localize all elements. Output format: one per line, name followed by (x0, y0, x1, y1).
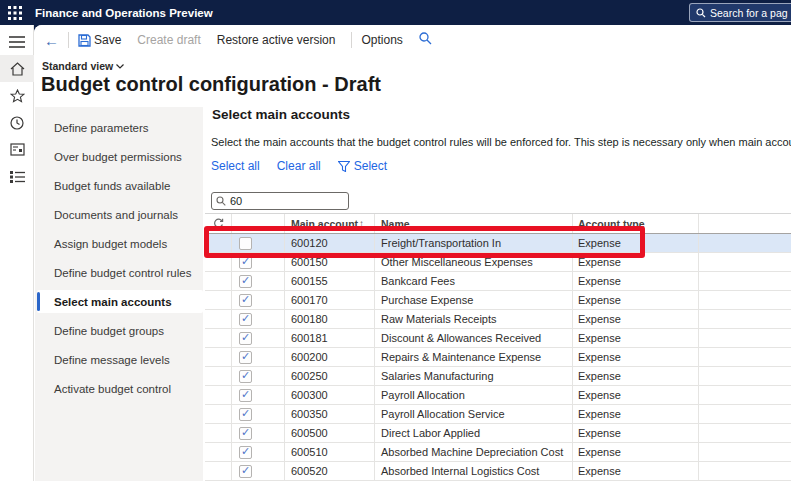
checkbox-checked[interactable] (239, 370, 252, 383)
row-selector-cell[interactable] (205, 272, 232, 290)
row-selector-cell[interactable] (205, 424, 232, 442)
account-type-cell[interactable]: Expense (573, 386, 699, 404)
select-all-link[interactable]: Select all (211, 159, 260, 173)
workspaces-icon[interactable] (0, 136, 34, 163)
quick-filter-input[interactable]: 60 (211, 192, 349, 210)
grid-refresh-icon[interactable] (205, 214, 232, 233)
view-selector[interactable]: Standard view (42, 60, 124, 72)
checkbox-checked[interactable] (239, 256, 252, 269)
checkbox-checked[interactable] (239, 275, 252, 288)
name-cell[interactable]: Purchase Expense (375, 291, 573, 309)
nav-item-budget-funds-available[interactable]: Budget funds available (35, 171, 203, 200)
checkbox-checked[interactable] (239, 427, 252, 440)
main-account-cell[interactable]: 600510 (285, 443, 375, 461)
nav-item-define-parameters[interactable]: Define parameters (35, 113, 203, 142)
account-type-cell[interactable]: Expense (573, 253, 699, 271)
nav-item-activate-budget-control[interactable]: Activate budget control (35, 374, 203, 403)
checkbox-checked[interactable] (239, 408, 252, 421)
grid-header-account-type[interactable]: Account type (573, 214, 699, 233)
checkbox-checked[interactable] (239, 294, 252, 307)
table-row[interactable]: 600180Raw Materials ReceiptsExpense (205, 310, 791, 329)
account-type-cell[interactable]: Expense (573, 329, 699, 347)
nav-item-over-budget-permissions[interactable]: Over budget permissions (35, 142, 203, 171)
account-type-cell[interactable]: Expense (573, 310, 699, 328)
row-selector-cell[interactable] (205, 405, 232, 423)
name-cell[interactable]: Repairs & Maintenance Expense (375, 348, 573, 366)
checkbox-checked[interactable] (239, 332, 252, 345)
main-account-cell[interactable]: 600350 (285, 405, 375, 423)
main-account-cell[interactable]: 600200 (285, 348, 375, 366)
main-account-cell[interactable]: 600150 (285, 253, 375, 271)
table-row[interactable]: 600350Payroll Allocation ServiceExpense (205, 405, 791, 424)
restore-active-version-button[interactable]: Restore active version (217, 33, 336, 47)
row-selector-cell[interactable] (205, 310, 232, 328)
recent-clock-icon[interactable] (0, 109, 34, 136)
checkbox-unchecked[interactable] (239, 237, 252, 250)
table-row[interactable]: 600150Other Miscellaneous ExpensesExpens… (205, 253, 791, 272)
row-selector-cell[interactable] (205, 462, 232, 480)
options-button[interactable]: Options (361, 33, 402, 47)
account-type-cell[interactable]: Expense (573, 443, 699, 461)
table-row[interactable]: 600300Payroll AllocationExpense (205, 386, 791, 405)
account-type-cell[interactable]: Expense (573, 424, 699, 442)
name-cell[interactable]: Salaries Manufacturing (375, 367, 573, 385)
nav-item-documents-and-journals[interactable]: Documents and journals (35, 200, 203, 229)
nav-item-define-message-levels[interactable]: Define message levels (35, 345, 203, 374)
main-account-cell[interactable]: 600155 (285, 272, 375, 290)
app-launcher-icon[interactable] (8, 6, 22, 20)
account-type-cell[interactable]: Expense (573, 348, 699, 366)
row-selector-cell[interactable] (205, 291, 232, 309)
main-account-cell[interactable]: 600520 (285, 462, 375, 480)
name-cell[interactable]: Direct Labor Applied (375, 424, 573, 442)
checkbox-checked[interactable] (239, 465, 252, 478)
row-selector-cell[interactable] (205, 367, 232, 385)
modules-icon[interactable] (0, 163, 34, 190)
clear-all-link[interactable]: Clear all (277, 159, 321, 173)
account-type-cell[interactable]: Expense (573, 405, 699, 423)
checkbox-checked[interactable] (239, 313, 252, 326)
table-row[interactable]: 600250Salaries ManufacturingExpense (205, 367, 791, 386)
nav-item-define-budget-control-rules[interactable]: Define budget control rules (35, 258, 203, 287)
name-cell[interactable]: Bankcard Fees (375, 272, 573, 290)
nav-item-assign-budget-models[interactable]: Assign budget models (35, 229, 203, 258)
account-type-cell[interactable]: Expense (573, 291, 699, 309)
table-row[interactable]: 600120Freight/Transportation InExpense (205, 234, 791, 253)
name-cell[interactable]: Payroll Allocation Service (375, 405, 573, 423)
main-account-cell[interactable]: 600181 (285, 329, 375, 347)
grid-header-name[interactable]: Name (375, 214, 573, 233)
nav-item-select-main-accounts[interactable]: Select main accounts (37, 290, 203, 313)
table-row[interactable]: 600155Bankcard FeesExpense (205, 272, 791, 291)
row-selector-cell[interactable] (205, 234, 232, 252)
main-account-cell[interactable]: 600300 (285, 386, 375, 404)
row-selector-cell[interactable] (205, 348, 232, 366)
main-account-cell[interactable]: 600120 (285, 234, 375, 252)
table-row[interactable]: 600510Absorbed Machine Depreciation Cost… (205, 443, 791, 462)
account-type-cell[interactable]: Expense (573, 272, 699, 290)
name-cell[interactable]: Other Miscellaneous Expenses (375, 253, 573, 271)
main-account-cell[interactable]: 600180 (285, 310, 375, 328)
name-cell[interactable]: Freight/Transportation In (375, 234, 573, 252)
name-cell[interactable]: Discount & Allowances Received (375, 329, 573, 347)
row-selector-cell[interactable] (205, 386, 232, 404)
name-cell[interactable]: Absorbed Internal Logistics Cost (375, 462, 573, 480)
main-account-cell[interactable]: 600170 (285, 291, 375, 309)
save-button[interactable]: Save (78, 33, 121, 47)
nav-item-define-budget-groups[interactable]: Define budget groups (35, 316, 203, 345)
checkbox-checked[interactable] (239, 446, 252, 459)
home-icon[interactable] (0, 55, 34, 82)
select-filter-link[interactable]: Select (338, 159, 387, 173)
table-row[interactable]: 600181Discount & Allowances ReceivedExpe… (205, 329, 791, 348)
table-row[interactable]: 600170Purchase ExpenseExpense (205, 291, 791, 310)
checkbox-checked[interactable] (239, 351, 252, 364)
row-selector-cell[interactable] (205, 329, 232, 347)
back-icon[interactable]: ← (44, 33, 59, 48)
grid-header-main-account[interactable]: Main account ↑ (285, 214, 375, 233)
name-cell[interactable]: Absorbed Machine Depreciation Cost (375, 443, 573, 461)
table-row[interactable]: 600500Direct Labor AppliedExpense (205, 424, 791, 443)
name-cell[interactable]: Payroll Allocation (375, 386, 573, 404)
row-selector-cell[interactable] (205, 253, 232, 271)
table-row[interactable]: 600520Absorbed Internal Logistics CostEx… (205, 462, 791, 481)
toolbar-search-icon[interactable] (419, 32, 432, 48)
table-row[interactable]: 600200Repairs & Maintenance ExpenseExpen… (205, 348, 791, 367)
global-search-box[interactable]: Search for a pag (689, 3, 791, 22)
